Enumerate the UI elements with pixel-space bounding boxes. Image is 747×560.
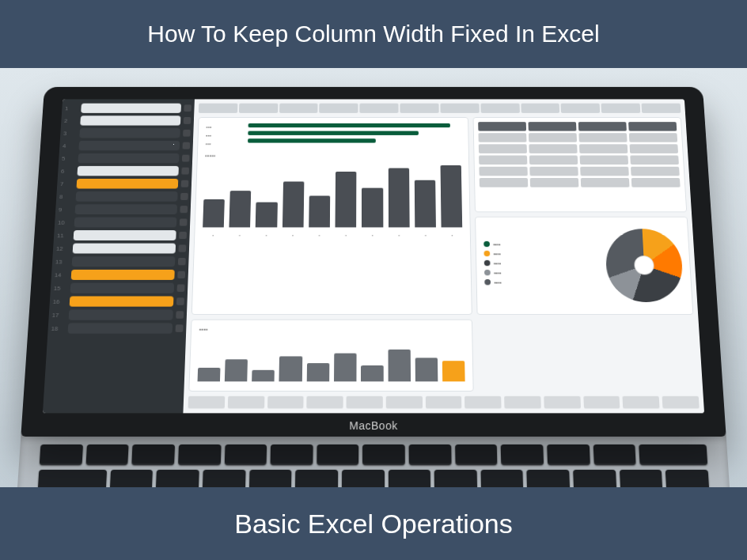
sidebar-item[interactable] bbox=[68, 323, 173, 333]
sidebar-item[interactable] bbox=[69, 309, 173, 320]
table-cell[interactable] bbox=[579, 133, 628, 142]
key[interactable] bbox=[203, 470, 245, 487]
table-header[interactable] bbox=[529, 122, 577, 131]
key[interactable] bbox=[547, 445, 590, 465]
bar-chart-lower bbox=[198, 336, 465, 382]
secondary-bar-chart-card: ▪▪▪▪ bbox=[188, 320, 474, 392]
metric-label: ▪▪▪ bbox=[206, 123, 239, 132]
status-bar bbox=[188, 396, 700, 409]
sidebar-item-active[interactable] bbox=[70, 296, 174, 306]
sidebar-item[interactable] bbox=[78, 141, 180, 150]
laptop-mockup: 1 2 3 4 5 6 7 8 9 10 11 12 13 14 15 16 1 bbox=[0, 68, 747, 487]
key[interactable] bbox=[455, 445, 498, 465]
key[interactable] bbox=[85, 445, 129, 465]
table-cell[interactable] bbox=[479, 133, 527, 142]
sidebar-item[interactable] bbox=[72, 256, 176, 267]
chart-title: ▪▪▪▪ bbox=[199, 326, 465, 333]
pie-chart-card: ▪▪▪▪ ▪▪▪▪ ▪▪▪▪ ▪▪▪▪ ▪▪▪▪ bbox=[475, 216, 693, 315]
app-screen: 1 2 3 4 5 6 7 8 9 10 11 12 13 14 15 16 1 bbox=[43, 99, 704, 413]
legend-item: ▪▪▪▪ bbox=[493, 252, 501, 256]
screen-bezel: 1 2 3 4 5 6 7 8 9 10 11 12 13 14 15 16 1 bbox=[21, 87, 726, 437]
column-headers bbox=[199, 104, 681, 113]
key[interactable] bbox=[665, 470, 709, 487]
legend-item: ▪▪▪▪ bbox=[494, 261, 502, 266]
device-brand: MacBook bbox=[349, 419, 397, 432]
key[interactable] bbox=[620, 470, 663, 487]
key[interactable] bbox=[639, 445, 707, 465]
key[interactable] bbox=[527, 470, 570, 487]
table-cell[interactable] bbox=[529, 133, 577, 142]
key[interactable] bbox=[593, 445, 635, 465]
bottom-banner: Basic Excel Operations bbox=[0, 487, 747, 560]
metric-label: ▪▪▪ bbox=[206, 140, 239, 149]
table-cell[interactable] bbox=[480, 167, 528, 176]
main-bar-chart-card: ▪▪▪ ▪▪▪ ▪▪▪ ▪▪▪▪▪ bbox=[191, 117, 472, 315]
sidebar-item-active[interactable] bbox=[71, 270, 175, 280]
table-cell[interactable] bbox=[580, 156, 628, 165]
table-cell[interactable] bbox=[479, 144, 527, 153]
sidebar-item[interactable] bbox=[74, 230, 176, 240]
key[interactable] bbox=[480, 470, 523, 487]
keyboard bbox=[15, 433, 732, 487]
table-cell[interactable] bbox=[529, 144, 578, 153]
sidebar-item[interactable] bbox=[77, 166, 178, 176]
table-header[interactable] bbox=[578, 122, 627, 131]
table-header[interactable] bbox=[628, 122, 677, 131]
table-header[interactable] bbox=[479, 122, 527, 131]
sidebar-item[interactable] bbox=[73, 244, 176, 254]
table-cell[interactable] bbox=[479, 156, 527, 165]
sidebar-item[interactable] bbox=[70, 283, 175, 293]
table-cell[interactable] bbox=[629, 133, 677, 142]
key[interactable] bbox=[224, 445, 267, 465]
key[interactable] bbox=[501, 445, 544, 465]
sidebar-item[interactable] bbox=[74, 218, 177, 228]
sidebar-item[interactable] bbox=[75, 204, 177, 214]
key[interactable] bbox=[434, 470, 477, 487]
sidebar-item[interactable] bbox=[78, 153, 179, 163]
table-cell[interactable] bbox=[480, 178, 528, 187]
metric-label: ▪▪▪ bbox=[206, 131, 239, 140]
table-cell[interactable] bbox=[529, 156, 578, 165]
dashboard-main: ▪▪▪ ▪▪▪ ▪▪▪ ▪▪▪▪▪ bbox=[183, 99, 704, 413]
key[interactable] bbox=[362, 445, 404, 465]
table-cell[interactable] bbox=[579, 144, 628, 153]
table-cell[interactable] bbox=[631, 178, 681, 187]
key[interactable] bbox=[573, 470, 616, 487]
key[interactable] bbox=[271, 445, 313, 465]
key[interactable] bbox=[295, 470, 338, 487]
key[interactable] bbox=[317, 445, 358, 465]
bottom-banner-text: Basic Excel Operations bbox=[234, 509, 513, 539]
sidebar-item[interactable] bbox=[80, 115, 180, 125]
bar-chart-upper bbox=[203, 162, 462, 228]
key[interactable] bbox=[389, 470, 431, 487]
key[interactable] bbox=[132, 445, 175, 465]
pie-chart bbox=[605, 229, 684, 302]
table-cell[interactable] bbox=[630, 144, 678, 153]
table-cell[interactable] bbox=[630, 156, 679, 165]
legend-item: ▪▪▪▪ bbox=[493, 242, 501, 247]
chart-title: ▪▪▪▪▪ bbox=[205, 153, 461, 159]
key[interactable] bbox=[40, 445, 83, 465]
sidebar-item[interactable] bbox=[79, 128, 180, 138]
key[interactable] bbox=[156, 470, 199, 487]
top-banner-text: How To Keep Column Width Fixed In Excel bbox=[147, 21, 599, 47]
key[interactable] bbox=[342, 470, 385, 487]
legend-item: ▪▪▪▪ bbox=[494, 271, 502, 276]
table-cell[interactable] bbox=[530, 178, 579, 187]
table-cell[interactable] bbox=[580, 167, 629, 176]
key[interactable] bbox=[409, 445, 452, 465]
key[interactable] bbox=[38, 470, 107, 487]
key[interactable] bbox=[249, 470, 292, 487]
table-cell[interactable] bbox=[631, 167, 680, 176]
table-cell[interactable] bbox=[581, 178, 630, 187]
data-table-card bbox=[473, 117, 687, 212]
sidebar-item-active[interactable] bbox=[76, 179, 178, 189]
pie-legend: ▪▪▪▪ ▪▪▪▪ ▪▪▪▪ ▪▪▪▪ ▪▪▪▪ bbox=[484, 241, 601, 289]
legend-item: ▪▪▪▪ bbox=[494, 280, 502, 286]
key[interactable] bbox=[178, 445, 221, 465]
table-cell[interactable] bbox=[530, 167, 578, 176]
sidebar-item[interactable] bbox=[81, 104, 181, 113]
sidebar-item[interactable] bbox=[76, 191, 178, 202]
key[interactable] bbox=[110, 470, 154, 487]
sidebar: 1 2 3 4 5 6 7 8 9 10 11 12 13 14 15 16 1 bbox=[43, 99, 195, 413]
